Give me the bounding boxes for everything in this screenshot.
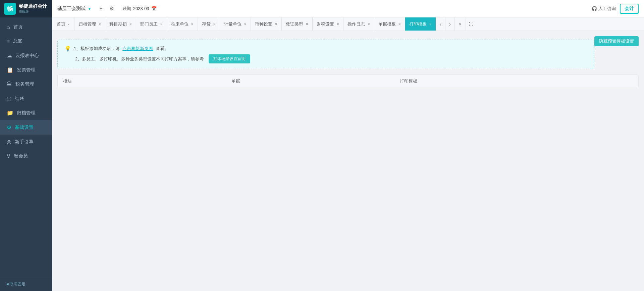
calendar-icon[interactable]: 📅 <box>151 6 157 11</box>
logo: 畅 畅捷通好会计 旗舰版 <box>0 0 52 17</box>
tab-voucher-type-label: 凭证类型 <box>286 21 303 27</box>
data-table: 模块 单据 打印模板 <box>58 75 638 88</box>
settings-button[interactable]: ⚙ <box>108 5 116 13</box>
reports-icon: ☁ <box>7 52 12 59</box>
bulb-icon: 💡 <box>64 45 71 52</box>
sidebar-item-archive[interactable]: 📁 归档管理 <box>0 106 52 120</box>
tab-single-template-close[interactable]: × <box>398 22 401 27</box>
tab-prev-button[interactable]: ‹ <box>436 17 445 31</box>
service-button[interactable]: 🎧 人工咨询 <box>592 6 616 12</box>
sidebar: 畅 畅捷通好会计 旗舰版 ⌂ 首页 ≡ 总账 ☁ 云报表中心 📋 发票管理 <box>0 0 52 291</box>
sidebar-item-guide[interactable]: ◎ 新手引导 <box>0 135 52 149</box>
sidebar-item-member[interactable]: V 畅会员 <box>0 149 52 163</box>
main-area: 基层工会测试 ▼ + ⚙ 账期 2023-03 📅 🎧 人工咨询 会计 <box>52 0 644 291</box>
tab-currency-label: 币种设置 <box>255 21 272 27</box>
tab-home-nav[interactable]: ‹ <box>68 22 69 26</box>
tab-maximize-button[interactable]: ⛶ <box>466 17 476 31</box>
hide-preview-button[interactable]: 隐藏预置模板设置 <box>594 36 639 46</box>
tab-archive-mgmt[interactable]: 归档管理 × <box>74 17 105 31</box>
tab-print-template[interactable]: 打印模板 × <box>405 17 436 31</box>
info-line1-after: 查看。 <box>156 46 169 52</box>
print-scene-button[interactable]: 打印场景设置宣明 <box>209 54 250 63</box>
table-header-row: 模块 单据 打印模板 <box>58 75 638 88</box>
tab-subject-init-close[interactable]: × <box>129 22 132 27</box>
sidebar-item-reports[interactable]: ☁ 云报表中心 <box>0 48 52 63</box>
sidebar-item-ledger-label: 总账 <box>13 38 22 44</box>
tab-op-log-label: 操作日志 <box>347 21 365 27</box>
tab-home[interactable]: 首页 ‹ <box>52 17 74 31</box>
data-table-wrapper: 模块 单据 打印模板 <box>57 75 639 88</box>
service-label: 人工咨询 <box>598 6 616 12</box>
guide-icon: ◎ <box>7 139 11 145</box>
content-area: 隐藏预置模板设置 💡 1、模板添加成功后，请 点击刷新新页面 查看。 2、多员工… <box>52 31 644 291</box>
topbar-project: 基层工会测试 ▼ <box>57 6 92 12</box>
tab-op-log-close[interactable]: × <box>368 22 370 27</box>
sidebar-item-home-label: 首页 <box>13 24 23 30</box>
sidebar-item-settings-label: 基础设置 <box>15 125 34 131</box>
sidebar-item-tax[interactable]: 🏛 税务管理 <box>0 77 52 91</box>
tabbar: 首页 ‹ 归档管理 × 科目期初 × 部门员工 × 往来单位 × 存货 × <box>52 17 644 31</box>
tab-single-template-label: 单据模板 <box>378 21 396 27</box>
sidebar-item-home[interactable]: ⌂ 首页 <box>0 20 52 34</box>
topbar-actions: + ⚙ <box>97 5 116 13</box>
tab-single-template[interactable]: 单据模板 × <box>374 17 405 31</box>
tab-subject-init-label: 科目期初 <box>109 21 127 27</box>
sidebar-item-guide-label: 新手引导 <box>15 139 34 145</box>
add-project-button[interactable]: + <box>97 5 105 13</box>
logo-sub: 旗舰版 <box>19 9 47 14</box>
project-dropdown-icon[interactable]: ▼ <box>88 6 92 11</box>
tab-dept-employee-label: 部门员工 <box>140 21 158 27</box>
tab-print-template-label: 打印模板 <box>409 21 427 27</box>
tab-close-all-button[interactable]: × <box>455 17 466 31</box>
tab-unit-label: 计量单位 <box>224 21 241 27</box>
tab-print-template-close[interactable]: × <box>429 22 432 27</box>
sidebar-item-invoice[interactable]: 📋 发票管理 <box>0 63 52 77</box>
settings-icon: ⚙ <box>7 124 11 131</box>
tab-currency-close[interactable]: × <box>275 22 277 27</box>
sidebar-item-reports-label: 云报表中心 <box>15 53 39 59</box>
logo-main: 畅捷通好会计 <box>19 3 47 9</box>
headset-icon: 🎧 <box>592 6 597 11</box>
tab-archive-mgmt-close[interactable]: × <box>99 22 101 27</box>
tab-supplier[interactable]: 往来单位 × <box>167 17 198 31</box>
tab-next-button[interactable]: › <box>445 17 455 31</box>
sidebar-item-archive-label: 归档管理 <box>17 110 36 116</box>
tab-voucher-type[interactable]: 凭证类型 × <box>282 17 313 31</box>
period-value: 2023-03 <box>133 6 149 11</box>
tab-currency[interactable]: 币种设置 × <box>251 17 282 31</box>
tab-op-log[interactable]: 操作日志 × <box>343 17 374 31</box>
tab-subject-init[interactable]: 科目期初 × <box>105 17 136 31</box>
kuaiji-button[interactable]: 会计 <box>620 4 639 14</box>
tab-tax-settings-close[interactable]: × <box>337 22 339 27</box>
sidebar-item-invoice-label: 发票管理 <box>17 67 36 73</box>
sidebar-item-closing[interactable]: ◷ 结账 <box>0 91 52 106</box>
sidebar-item-settings[interactable]: ⚙ 基础设置 <box>0 120 52 135</box>
tab-inventory-close[interactable]: × <box>213 22 216 27</box>
tab-dept-employee-close[interactable]: × <box>160 22 163 27</box>
sidebar-nav: ⌂ 首页 ≡ 总账 ☁ 云报表中心 📋 发票管理 🏛 税务管理 ◷ 结账 <box>0 17 52 277</box>
tab-dept-employee[interactable]: 部门员工 × <box>136 17 167 31</box>
info-refresh-link[interactable]: 点击刷新新页面 <box>122 46 153 52</box>
tax-icon: 🏛 <box>7 81 12 87</box>
tab-inventory[interactable]: 存货 × <box>198 17 220 31</box>
sidebar-footer[interactable]: ◄取消固定 <box>0 277 52 291</box>
info-box: 💡 1、模板添加成功后，请 点击刷新新页面 查看。 2、多员工、多打印机、多种业… <box>57 40 594 69</box>
info-row-2: 2、多员工、多打印机、多种业务类型设置不同打印方案等，请参考 打印场景设置宣明 <box>64 54 587 63</box>
tab-inventory-label: 存货 <box>202 21 211 27</box>
topbar-right: 🎧 人工咨询 会计 <box>592 4 639 14</box>
period-label: 账期 <box>122 6 131 12</box>
table-col-template: 打印模板 <box>394 75 638 88</box>
project-name: 基层工会测试 <box>57 6 86 12</box>
tab-supplier-close[interactable]: × <box>191 22 194 27</box>
tab-unit[interactable]: 计量单位 × <box>220 17 251 31</box>
sidebar-item-ledger[interactable]: ≡ 总账 <box>0 34 52 48</box>
tab-supplier-label: 往来单位 <box>171 21 189 27</box>
tab-tax-settings-label: 财税设置 <box>317 21 334 27</box>
tab-tax-settings[interactable]: 财税设置 × <box>313 17 343 31</box>
topbar-period: 账期 2023-03 📅 <box>122 6 157 12</box>
logo-icon: 畅 <box>4 3 16 15</box>
tab-unit-close[interactable]: × <box>244 22 247 27</box>
ledger-icon: ≡ <box>7 38 10 44</box>
sidebar-footer-label: ◄取消固定 <box>5 281 25 287</box>
tab-voucher-type-close[interactable]: × <box>306 22 308 27</box>
